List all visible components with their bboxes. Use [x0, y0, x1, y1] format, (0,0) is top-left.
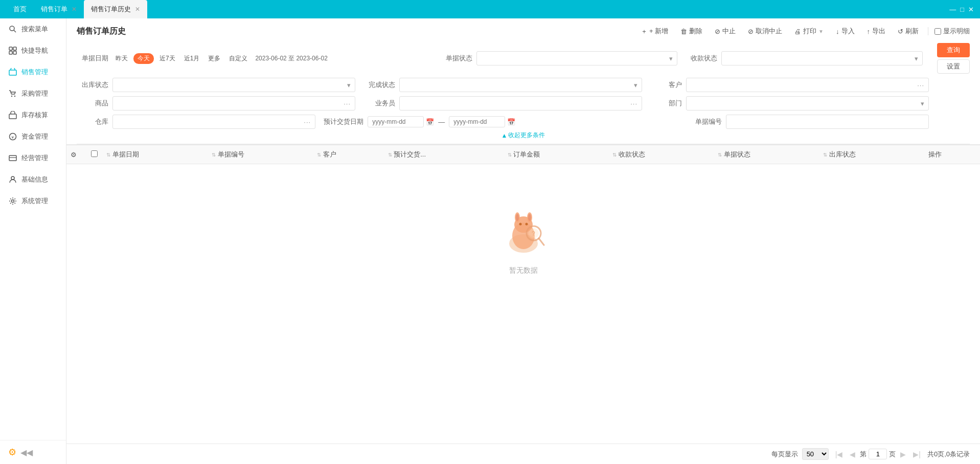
department-arrow-icon: ▾	[921, 100, 924, 107]
svg-rect-4	[9, 51, 12, 54]
date-yesterday-tag[interactable]: 昨天	[112, 53, 131, 64]
date-more-tag[interactable]: 更多	[205, 53, 223, 64]
import-button[interactable]: ↓ 导入	[833, 25, 858, 38]
tab-home[interactable]: 首页	[6, 0, 34, 18]
svg-point-15	[12, 200, 14, 203]
date-7days-tag[interactable]: 近7天	[156, 53, 178, 64]
table-area: ⚙ ⇅ 单据日期 ⇅ 单据编号	[66, 145, 980, 444]
sidebar-item-basic-info[interactable]: 基础信息	[0, 169, 66, 190]
select-all-checkbox[interactable]	[91, 150, 98, 157]
prev-page-btn[interactable]: ◀	[847, 449, 858, 459]
completion-status-select[interactable]: ▾	[399, 78, 642, 92]
sidebar-item-purchase-mgmt[interactable]: 采购管理	[0, 83, 66, 104]
delivery-date-start[interactable]	[368, 116, 424, 127]
sidebar-collapse-icon[interactable]: ◀◀	[20, 448, 33, 457]
page-size-select[interactable]: 50 10 20 100	[802, 448, 829, 460]
svg-text:¥: ¥	[11, 135, 14, 140]
tab-sales-order-history[interactable]: 销售订单历史 ✕	[84, 0, 147, 18]
customer-input[interactable]: ···	[686, 78, 929, 92]
collapse-row: ▲ 收起更多条件	[77, 131, 970, 140]
calendar-end-icon[interactable]: 📅	[507, 118, 515, 126]
date-custom-tag[interactable]: 自定义	[226, 53, 250, 64]
sidebar-item-search-menu[interactable]: 搜索菜单	[0, 18, 66, 40]
sort-icon-delivery-status: ⇅	[823, 152, 827, 158]
window-controls: — □ ✕	[949, 6, 974, 13]
tab-sales-order-history-label: 销售订单历史	[91, 5, 131, 14]
filter-goods: 商品 ···	[77, 96, 355, 111]
order-status-label: 单据状态	[441, 54, 476, 63]
sidebar-settings-icon[interactable]: ⚙	[8, 447, 16, 458]
delete-button[interactable]: 🗑 删除	[677, 25, 705, 38]
th-order-status[interactable]: ⇅ 单据状态	[714, 145, 819, 164]
sidebar-item-ops-mgmt[interactable]: 经营管理	[0, 147, 66, 169]
collapse-button[interactable]: ▲ 收起更多条件	[502, 131, 545, 140]
th-delivery-status[interactable]: ⇅ 出库状态	[819, 145, 924, 164]
payment-status-arrow-icon: ▾	[915, 55, 918, 62]
goods-input[interactable]: ···	[112, 96, 355, 111]
payment-status-label: 收款状态	[686, 54, 721, 63]
settings-button[interactable]: 设置	[937, 59, 970, 74]
print-button[interactable]: 🖨 打印 ▼	[791, 25, 827, 38]
svg-point-7	[11, 96, 12, 97]
completion-status-label: 完成状态	[363, 80, 399, 90]
collapse-label: 收起更多条件	[508, 131, 545, 140]
first-page-btn[interactable]: |◀	[833, 449, 846, 459]
empty-text: 暂无数据	[509, 266, 538, 275]
maximize-btn[interactable]: □	[960, 6, 964, 13]
date-1month-tag[interactable]: 近1月	[181, 53, 203, 64]
sidebar-item-sys-mgmt[interactable]: 系统管理	[0, 190, 66, 212]
print-icon: 🖨	[794, 28, 801, 35]
warehouse-label: 仓库	[77, 117, 112, 126]
th-payment-status[interactable]: ⇅ 收款状态	[608, 145, 714, 164]
delivery-status-select[interactable]: ▾	[112, 78, 355, 92]
tab-sales-order-close[interactable]: ✕	[72, 6, 77, 13]
tab-sales-order-history-close[interactable]: ✕	[135, 6, 140, 13]
date-today-tag[interactable]: 今天	[133, 53, 154, 64]
salesperson-input[interactable]: ···	[399, 96, 642, 111]
cancel-stop-button[interactable]: ⊘ 取消中止	[745, 25, 785, 38]
svg-rect-5	[13, 51, 16, 54]
stop-button[interactable]: ⊘ 中止	[712, 25, 739, 38]
minimize-btn[interactable]: —	[949, 6, 956, 13]
department-select[interactable]: ▾	[686, 96, 929, 111]
order-number-label: 单据编号	[690, 117, 726, 126]
new-button[interactable]: + + 新增	[639, 25, 671, 38]
next-page-btn[interactable]: ▶	[898, 449, 908, 459]
th-number[interactable]: ⇅ 单据编号	[208, 145, 313, 164]
settings-gear-icon[interactable]: ⚙	[71, 151, 77, 159]
close-btn-window[interactable]: ✕	[968, 6, 974, 13]
th-settings[interactable]: ⚙	[66, 145, 87, 164]
warehouse-input[interactable]: ···	[112, 115, 315, 129]
th-delivery[interactable]: ⇅ 预计交货...	[384, 145, 504, 164]
show-detail-input[interactable]	[935, 28, 941, 35]
th-amount[interactable]: ⇅ 订单金额	[504, 145, 609, 164]
svg-rect-6	[9, 70, 16, 75]
calendar-start-icon[interactable]: 📅	[426, 118, 434, 126]
sidebar-item-inventory[interactable]: 库存核算	[0, 104, 66, 126]
query-button[interactable]: 查询	[937, 43, 970, 57]
sidebar-item-quick-nav[interactable]: 快捷导航	[0, 40, 66, 61]
th-customer[interactable]: ⇅ 客户	[313, 145, 384, 164]
sidebar-item-capital-mgmt[interactable]: ¥ 资金管理	[0, 126, 66, 147]
ops-icon	[8, 153, 17, 163]
filter-row-1: 单据日期 昨天 今天 近7天 近1月 更多 自定义 2023-06-02 至 2…	[77, 43, 970, 74]
table-head: ⚙ ⇅ 单据日期 ⇅ 单据编号	[66, 145, 980, 164]
svg-text:?: ?	[532, 230, 535, 237]
th-date[interactable]: ⇅ 单据日期	[102, 145, 208, 164]
sales-icon	[8, 68, 17, 77]
sidebar-item-sales-mgmt[interactable]: 销售管理	[0, 61, 66, 83]
show-detail-checkbox[interactable]: 显示明细	[935, 27, 970, 36]
page-goto-label: 第	[860, 450, 867, 459]
order-status-select[interactable]: ▾	[476, 51, 678, 65]
refresh-button[interactable]: ↺ 刷新	[895, 25, 922, 38]
export-button[interactable]: ↑ 导出	[864, 25, 889, 38]
delivery-date-end[interactable]	[449, 116, 505, 127]
filter-row-3: 商品 ··· 业务员 ··· 部门 ▾	[77, 96, 970, 111]
tab-sales-order[interactable]: 销售订单 ✕	[34, 0, 84, 18]
page-number-input[interactable]	[869, 449, 887, 459]
payment-status-select[interactable]: ▾	[721, 51, 923, 65]
last-page-btn[interactable]: ▶|	[910, 449, 923, 459]
th-checkbox[interactable]	[87, 145, 102, 164]
order-number-input[interactable]	[726, 115, 929, 129]
empty-state: ? 暂无数据	[66, 164, 980, 316]
